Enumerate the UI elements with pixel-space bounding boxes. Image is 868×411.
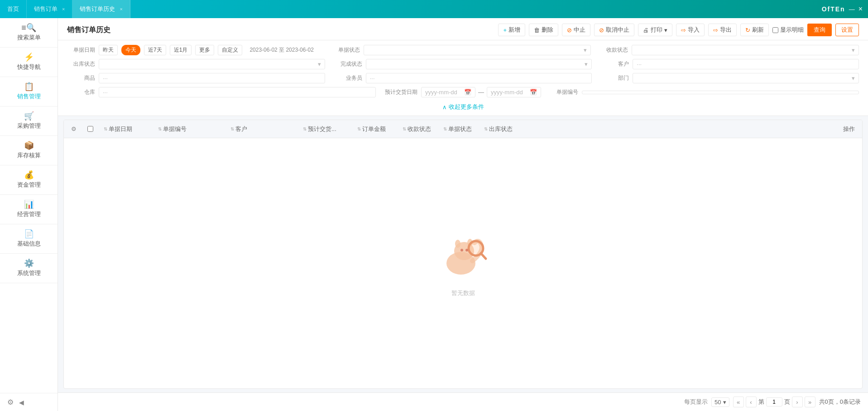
date-1month-btn[interactable]: 近1月 bbox=[170, 45, 192, 55]
sidebar-item-purchase-mgmt[interactable]: 🛒 采购管理 bbox=[0, 106, 58, 136]
next-page-btn[interactable]: › bbox=[792, 396, 803, 407]
top-bar-right: OfTEn — × bbox=[816, 5, 868, 13]
delivery-end-input[interactable]: yyyy-mm-dd 📅 bbox=[487, 87, 541, 97]
empty-svg bbox=[436, 229, 490, 284]
sidebar-item-inventory-label: 库存核算 bbox=[17, 151, 41, 160]
recv-status-select[interactable]: ▾ bbox=[632, 45, 859, 55]
total-info: 共0页，0条记录 bbox=[819, 398, 861, 406]
th-delivery[interactable]: ⇅ 预计交货... bbox=[299, 125, 354, 133]
product-placeholder: ··· bbox=[103, 75, 108, 82]
out-status-select[interactable]: ▾ bbox=[99, 59, 325, 69]
sidebar-item-sales-mgmt[interactable]: 📋 销售管理 bbox=[0, 77, 58, 106]
sidebar-item-sys-mgmt[interactable]: ⚙️ 系统管理 bbox=[0, 254, 58, 283]
stop-button[interactable]: ⊘ 中止 bbox=[562, 24, 590, 36]
sidebar-item-operations[interactable]: 📊 经营管理 bbox=[0, 195, 58, 224]
show-cols-toggle[interactable]: 显示明细 bbox=[772, 26, 804, 34]
sidebar-collapse-icon[interactable]: ◀ bbox=[19, 399, 24, 406]
page-header: 销售订单历史 + 新增 🗑 删除 ⊘ 中止 ⊘ 取消中止 bbox=[58, 18, 868, 40]
finance-icon: 💰 bbox=[24, 171, 34, 179]
tab-sales-order-close[interactable]: × bbox=[62, 6, 65, 12]
sidebar-settings-icon[interactable]: ⚙ bbox=[7, 398, 14, 406]
query-button[interactable]: 查询 bbox=[807, 24, 832, 36]
th-amount[interactable]: ⇅ 订单金额 bbox=[354, 125, 399, 133]
cancel-stop-label: 取消中止 bbox=[606, 26, 629, 34]
th-date[interactable]: ⇅ 单据日期 bbox=[100, 125, 154, 133]
filter-row-3: 商品 ··· 业务员 ··· 部门 ▾ bbox=[67, 73, 859, 83]
date-7days-btn[interactable]: 近7天 bbox=[144, 45, 166, 55]
page-suffix: 页 bbox=[784, 398, 790, 406]
th-customer[interactable]: ⇅ 客户 bbox=[227, 125, 299, 133]
dept-arrow: ▾ bbox=[852, 75, 855, 82]
sidebar-item-quick-nav[interactable]: ⚡ 快捷导航 bbox=[0, 48, 58, 77]
product-input[interactable]: ··· bbox=[99, 73, 325, 83]
page-size-select[interactable]: 50 ▾ bbox=[711, 397, 729, 407]
export-button[interactable]: ⇨ 导出 bbox=[708, 24, 737, 36]
customer-input[interactable]: ··· bbox=[633, 59, 859, 69]
collapse-row[interactable]: ∧ 收起更多条件 bbox=[67, 101, 859, 111]
select-all-checkbox[interactable] bbox=[87, 126, 93, 132]
sidebar-item-finance[interactable]: 💰 资金管理 bbox=[0, 165, 58, 195]
salesperson-input[interactable]: ··· bbox=[366, 73, 592, 83]
settings-gear-icon[interactable]: ⚙ bbox=[71, 126, 77, 132]
stop-icon: ⊘ bbox=[567, 27, 572, 34]
empty-text: 暂无数据 bbox=[451, 289, 475, 297]
th-settings[interactable]: ⚙ bbox=[67, 126, 84, 132]
th-bill-status[interactable]: ⇅ 单据状态 bbox=[440, 125, 480, 133]
query-label: 查询 bbox=[814, 26, 825, 33]
setting-button[interactable]: 设置 bbox=[835, 24, 859, 36]
complete-status-label: 完成状态 bbox=[334, 60, 366, 68]
sidebar-item-search-menu-label: 搜索菜单 bbox=[17, 34, 41, 42]
add-label: 新增 bbox=[508, 26, 520, 34]
th-action: 操作 bbox=[521, 125, 858, 133]
complete-status-select[interactable]: ▾ bbox=[366, 59, 592, 69]
page-number-input[interactable] bbox=[766, 397, 782, 406]
delivery-start-input[interactable]: yyyy-mm-dd 📅 bbox=[421, 87, 475, 97]
svg-point-2 bbox=[455, 240, 460, 248]
sidebar-item-basic-info[interactable]: 📄 基础信息 bbox=[0, 224, 58, 254]
first-page-btn[interactable]: « bbox=[733, 396, 744, 407]
filter-area: 单据日期 昨天 今天 近7天 近1月 更多 自定义 2023-06-02 至 2… bbox=[58, 40, 868, 116]
calendar-end-icon[interactable]: 📅 bbox=[530, 89, 537, 96]
warehouse-input[interactable]: ··· bbox=[99, 87, 376, 97]
bill-status-arrow: ▾ bbox=[584, 47, 587, 53]
date-custom-btn[interactable]: 自定义 bbox=[218, 45, 242, 55]
svg-point-7 bbox=[465, 249, 468, 251]
date-yesterday-btn[interactable]: 昨天 bbox=[99, 45, 118, 55]
bill-status-select[interactable]: ▾ bbox=[364, 45, 591, 55]
out-status-label: 出库状态 bbox=[67, 60, 99, 68]
th-number-label: 单据编号 bbox=[163, 125, 187, 133]
main-layout: ≡🔍 搜索菜单 ⚡ 快捷导航 📋 销售管理 🛒 采购管理 📦 库存核算 💰 资金… bbox=[0, 18, 868, 411]
th-out-status[interactable]: ⇅ 出库状态 bbox=[480, 125, 521, 133]
bill-number-input[interactable] bbox=[582, 91, 859, 94]
calendar-start-icon[interactable]: 📅 bbox=[464, 89, 471, 96]
date-more-btn[interactable]: 更多 bbox=[195, 45, 214, 55]
sidebar-bottom[interactable]: ⚙ ◀ bbox=[0, 393, 58, 411]
prev-page-btn[interactable]: ‹ bbox=[746, 396, 757, 407]
print-button[interactable]: 🖨 打印 ▾ bbox=[638, 24, 672, 36]
sidebar-item-inventory[interactable]: 📦 库存核算 bbox=[0, 136, 58, 165]
tab-sales-order-history[interactable]: 销售订单历史 × bbox=[72, 0, 130, 18]
show-cols-checkbox[interactable] bbox=[772, 27, 778, 33]
date-today-btn[interactable]: 今天 bbox=[121, 45, 140, 55]
last-page-btn[interactable]: » bbox=[805, 396, 815, 407]
tab-sales-order-history-close[interactable]: × bbox=[120, 6, 122, 12]
close-icon[interactable]: × bbox=[858, 5, 863, 13]
operations-icon: 📊 bbox=[24, 200, 34, 208]
th-number[interactable]: ⇅ 单据编号 bbox=[154, 125, 227, 133]
tab-home[interactable]: 首页 bbox=[0, 0, 27, 18]
delete-button[interactable]: 🗑 删除 bbox=[529, 24, 558, 36]
sidebar-item-search-menu[interactable]: ≡🔍 搜索菜单 bbox=[0, 18, 58, 48]
product-label: 商品 bbox=[67, 74, 99, 82]
brand-label: OfTEn bbox=[822, 5, 845, 13]
add-button[interactable]: + 新增 bbox=[498, 24, 525, 36]
th-recv-status[interactable]: ⇅ 收款状态 bbox=[399, 125, 440, 133]
th-checkbox[interactable] bbox=[84, 126, 100, 132]
cancel-stop-button[interactable]: ⊘ 取消中止 bbox=[594, 24, 634, 36]
refresh-button[interactable]: ↻ 刷新 bbox=[740, 24, 769, 36]
warehouse-placeholder: ··· bbox=[103, 89, 108, 96]
dept-select[interactable]: ▾ bbox=[633, 73, 859, 83]
import-button[interactable]: ⇨ 导入 bbox=[676, 24, 705, 36]
stop-label: 中止 bbox=[574, 26, 585, 34]
tab-sales-order[interactable]: 销售订单 × bbox=[27, 0, 72, 18]
minimize-icon[interactable]: — bbox=[849, 6, 855, 13]
